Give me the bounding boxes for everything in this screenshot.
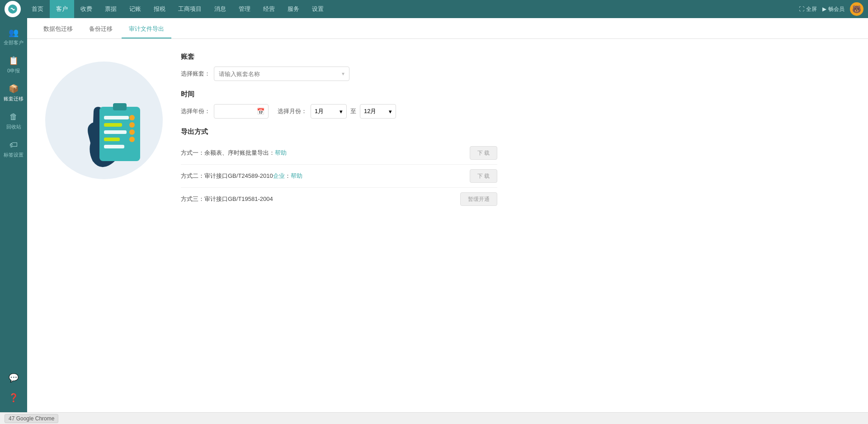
to-label: 至 [350,107,356,115]
tab-data-migrate[interactable]: 数据包迁移 [36,20,80,38]
tag-settings-icon: 🏷 [8,139,19,150]
top-nav: 首页 客户 收费 票据 记账 报税 工商项目 消息 管理 经营 服务 设置 ⛶ … [0,0,868,18]
sidebar-item-chat[interactable]: 💬 [8,368,19,388]
sidebar-item-label: 全部客户 [4,39,24,46]
method-1-prefix: 方式一：余额表、序时账批量导出： [181,149,275,156]
bottom-bar: 47 Google Chrome [0,412,868,424]
all-clients-icon: 👥 [8,27,19,38]
start-month-arrow-icon: ▾ [340,108,343,115]
export-method-1: 方式一：余额表、序时账批量导出：帮助 下 载 [181,142,497,165]
start-month-value: 1月 [315,107,324,115]
method-2-enterprise-link[interactable]: 企业 [273,172,285,179]
export-method-2: 方式二：审计接口GB/T24589-2010企业：帮助 下 载 [181,165,497,188]
account-input[interactable] [219,71,340,77]
method-1-help-link[interactable]: 帮助 [275,149,287,156]
sidebar-item-tag-settings[interactable]: 🏷 标签设置 [0,135,27,163]
start-month-select[interactable]: 1月 ▾ [311,104,347,119]
bottom-bar-label: 47 Google Chrome [9,415,54,422]
sidebar-item-zero-declare[interactable]: 📋 0申报 [0,51,27,79]
illustration-circle [45,62,163,179]
chat-icon: 💬 [8,372,19,383]
member-button[interactable]: ▶ 畅会员 [822,5,844,13]
time-section-title: 时间 [181,90,497,99]
method-2-prefix: 方式二：审计接口GB/T24589-2010 [181,172,273,179]
nav-invoice[interactable]: 票据 [99,0,123,18]
export-method-3: 方式三：审计接口GB/T19581-2004 暂缓开通 [181,188,497,210]
main-layout: 👥 全部客户 📋 0申报 📦 账套迁移 🗑 回收站 🏷 标签设置 💬 ❓ [0,18,868,412]
nav-tax[interactable]: 报税 [147,0,172,18]
account-select-label: 选择账套： [181,70,210,78]
sidebar-item-all-clients[interactable]: 👥 全部客户 [0,23,27,51]
sidebar-bottom: 💬 ❓ [8,368,19,412]
svg-rect-6 [104,138,120,141]
nav-message[interactable]: 消息 [208,0,232,18]
fullscreen-label: 全屏 [806,5,817,13]
year-label: 选择年份： [181,107,210,115]
fullscreen-button[interactable]: ⛶ 全屏 [799,5,817,13]
nav-service[interactable]: 服务 [281,0,306,18]
svg-point-11 [129,137,135,142]
svg-rect-3 [104,116,129,119]
method-2-download-button[interactable]: 下 载 [470,169,497,183]
form-area: 账套 选择账套： ▾ 时间 选择年份： 2023 📅 选择月份 [181,52,497,210]
tab-audit-export[interactable]: 审计文件导出 [122,20,171,38]
account-section-title: 账套 [181,52,497,61]
nav-home[interactable]: 首页 [25,0,50,18]
content-area: 数据包迁移 备份迁移 审计文件导出 [27,18,868,412]
account-select[interactable]: ▾ [214,67,349,81]
sidebar-item-label: 账套迁移 [4,95,24,102]
recycle-icon: 🗑 [8,111,19,122]
account-select-arrow-icon: ▾ [342,71,344,77]
illustration-svg [59,71,149,170]
svg-point-10 [129,129,135,135]
top-nav-items: 首页 客户 收费 票据 记账 报税 工商项目 消息 管理 经营 服务 设置 [25,0,799,18]
bottom-bar-chrome-item[interactable]: 47 Google Chrome [5,414,58,423]
method-1-download-button[interactable]: 下 载 [470,146,497,160]
end-month-value: 12月 [364,107,376,115]
fullscreen-icon: ⛶ [799,6,804,12]
play-icon: ▶ [822,6,826,12]
zero-declare-icon: 📋 [8,55,19,66]
member-label: 畅会员 [828,5,844,13]
nav-client[interactable]: 客户 [50,0,74,18]
calendar-icon: 📅 [257,108,264,115]
export-section-title: 导出方式 [181,128,497,136]
method-2-middle: ： [285,172,291,179]
year-input[interactable]: 2023 [218,108,254,115]
method-3-pending-button[interactable]: 暂缓开通 [460,192,497,206]
app-logo [5,1,21,17]
sidebar-item-label: 0申报 [7,67,20,74]
nav-business[interactable]: 工商项目 [172,0,208,18]
nav-manage[interactable]: 管理 [232,0,257,18]
sidebar-item-label: 标签设置 [4,152,24,158]
nav-operation[interactable]: 经营 [257,0,281,18]
month-label: 选择月份： [278,107,307,115]
sidebar-item-recycle[interactable]: 🗑 回收站 [0,107,27,135]
method-2-text: 方式二：审计接口GB/T24589-2010企业：帮助 [181,172,302,180]
method-2-help-link[interactable]: 帮助 [291,172,302,179]
sidebar-item-help[interactable]: ❓ [8,388,19,408]
top-nav-right: ⛶ 全屏 ▶ 畅会员 🐻 [799,2,863,16]
method-3-text: 方式三：审计接口GB/T19581-2004 [181,195,273,203]
page-content: 账套 选择账套： ▾ 时间 选择年份： 2023 📅 选择月份 [27,39,868,412]
nav-bookkeeping[interactable]: 记账 [123,0,147,18]
svg-rect-2 [113,103,127,110]
tab-bar: 数据包迁移 备份迁移 审计文件导出 [27,18,868,39]
method-1-text: 方式一：余额表、序时账批量导出：帮助 [181,149,287,157]
nav-settings[interactable]: 设置 [306,0,330,18]
end-month-select[interactable]: 12月 ▾ [360,104,396,119]
year-input-field[interactable]: 2023 📅 [214,104,269,119]
avatar[interactable]: 🐻 [850,2,863,16]
svg-rect-5 [104,130,127,134]
tab-backup-migrate[interactable]: 备份迁移 [82,20,120,38]
svg-rect-4 [104,123,122,127]
svg-point-9 [129,122,135,128]
svg-rect-7 [104,145,124,148]
help-icon: ❓ [8,392,19,403]
sidebar-item-label: 回收站 [6,124,21,130]
account-migrate-icon: 📦 [8,83,19,94]
svg-point-8 [129,115,135,120]
sidebar-item-account-migrate[interactable]: 📦 账套迁移 [0,79,27,107]
nav-fee[interactable]: 收费 [74,0,99,18]
end-month-arrow-icon: ▾ [389,108,392,115]
